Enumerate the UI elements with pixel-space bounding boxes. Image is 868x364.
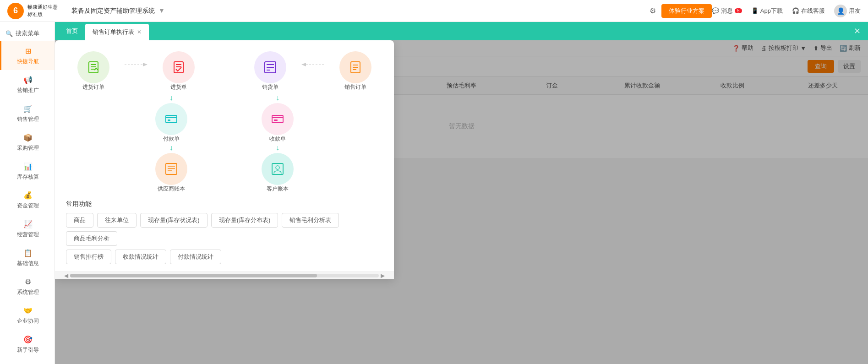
finance-icon: 💰 (23, 190, 33, 200)
modal-box: 进货订单 进货单 (55, 40, 394, 279)
marketing-icon: 📢 (23, 75, 33, 85)
title-dropdown-arrow[interactable]: ▼ (158, 7, 165, 14)
enterprise-icon: 🤝 (23, 305, 33, 315)
common-functions-title: 常用功能 (66, 200, 383, 208)
svg-rect-28 (274, 120, 278, 121)
svg-marker-14 (301, 63, 306, 66)
modal-scrollbar[interactable]: ◀ ▶ (55, 272, 394, 279)
arrow-2 (298, 61, 328, 78)
sidebar-item-basic-info[interactable]: 📋 基础信息 (0, 243, 55, 272)
func-btn-sales-analysis[interactable]: 销售毛利分析表 (282, 213, 339, 228)
scroll-thumb (70, 274, 317, 277)
func-btn-stock-status[interactable]: 现存量(库存状况表) (140, 213, 207, 228)
purchase-icon: 📦 (23, 132, 33, 142)
receipt-circle (262, 103, 294, 135)
app-download-button[interactable]: 📱 App下载 (751, 7, 783, 15)
flow-item-customer-account[interactable]: 客户账本 (262, 153, 294, 193)
guide-icon: 🎯 (23, 334, 33, 344)
tab-bar: 首页 销售订单执行表 ✕ ✕ (55, 22, 868, 40)
sales-icon: 🛒 (23, 103, 33, 114)
system-title: 装备及固定资产辅助管理系统 ▼ (71, 7, 650, 15)
svg-rect-19 (166, 115, 177, 123)
flow-item-payment[interactable]: 付款单 (155, 103, 187, 143)
sidebar-item-finance[interactable]: 💰 资金管理 (0, 185, 55, 214)
svg-rect-26 (272, 115, 283, 123)
logo-text: 畅康通好生意 标准版 (27, 4, 58, 18)
sidebar-item-guide[interactable]: 🎯 新手引导 (0, 330, 55, 359)
func-btn-sales-ranking[interactable]: 销售排行榜 (66, 250, 111, 264)
customer-account-circle (262, 153, 294, 185)
quick-nav-icon: ⊞ (23, 46, 33, 56)
sidebar-item-purchase[interactable]: 📦 采购管理 (0, 128, 55, 157)
logo-line1: 畅康通好生意 (27, 4, 58, 11)
sales-order-circle (339, 51, 371, 83)
content-area: 首页 销售订单执行表 ✕ ✕ ❓ 帮助 🖨 按模板打印 ▼ (55, 22, 868, 364)
svg-rect-21 (168, 120, 170, 121)
sidebar-item-marketing[interactable]: 📢 营销推广 (0, 70, 55, 99)
avatar: 👤 (834, 5, 847, 17)
func-btn-product[interactable]: 商品 (66, 213, 93, 228)
try-button[interactable]: 体验行业方案 (661, 4, 712, 18)
system-icon: ⚙ (23, 277, 33, 287)
func-btn-payment-stats[interactable]: 付款情况统计 (170, 250, 221, 264)
function-buttons: 商品 往来单位 现存量(库存状况表) 现存量(库存分布表) 销售毛利分析表 商品… (66, 213, 383, 246)
sales-slip-circle (254, 51, 286, 83)
search-icon: 🔍 (5, 30, 13, 37)
down-arrow-sales: ↓ (276, 94, 279, 102)
top-header: 6 畅康通好生意 标准版 装备及固定资产辅助管理系统 ▼ ⚙ 体验行业方案 💬 … (0, 0, 868, 22)
tab-close-icon[interactable]: ✕ (137, 29, 142, 35)
tab-home[interactable]: 首页 (59, 22, 85, 40)
flow-item-purchase-order[interactable]: 进货订单 (66, 51, 121, 91)
flow-item-receipt[interactable]: 收款单 (262, 103, 294, 143)
main-layout: 🔍 搜索菜单 ⊞ 快捷导航 📢 营销推广 🛒 销售管理 📦 采购管理 📊 库存核… (0, 22, 868, 364)
svg-marker-5 (143, 63, 147, 66)
func-btn-partner[interactable]: 往来单位 (97, 213, 136, 228)
scroll-right-arrow[interactable]: ▶ (379, 272, 387, 279)
online-service-button[interactable]: 🎧 在线客服 (792, 7, 825, 15)
sidebar-item-inventory[interactable]: 📊 库存核算 (0, 157, 55, 185)
supplier-account-circle (155, 153, 187, 185)
tab-bar-close-button[interactable]: ✕ (850, 26, 864, 36)
message-icon: 💬 (712, 7, 719, 14)
payment-circle (155, 103, 187, 135)
settings-icon[interactable]: ⚙ (650, 6, 656, 15)
function-buttons-row2: 销售排行榜 收款情况统计 付款情况统计 (66, 250, 383, 264)
down-arrow-receipt: ↓ (276, 144, 279, 152)
arrow-1 (121, 61, 151, 78)
purchase-order-circle (77, 51, 109, 83)
sidebar-item-enterprise[interactable]: 🤝 企业协同 (0, 301, 55, 330)
func-btn-stock-dist[interactable]: 现存量(库存分布表) (211, 213, 278, 228)
service-icon: 🎧 (792, 7, 799, 14)
scroll-left-arrow[interactable]: ◀ (62, 272, 70, 279)
svg-point-30 (276, 166, 279, 169)
header-right: 💬 消息 5 📱 App下载 🎧 在线客服 👤 用友 (712, 5, 861, 17)
sidebar-item-operation[interactable]: 📈 经营管理 (0, 214, 55, 243)
flow-item-purchase-slip[interactable]: 进货单 (151, 51, 206, 91)
message-button[interactable]: 💬 消息 5 (712, 7, 742, 15)
flow-item-sales-order[interactable]: 销售订单 (328, 51, 383, 91)
down-arrow-purchase: ↓ (169, 94, 173, 102)
func-btn-product-analysis[interactable]: 商品毛利分析 (66, 231, 117, 246)
flow-item-sales-slip[interactable]: 销货单 (243, 51, 298, 91)
tab-sales-order-exec[interactable]: 销售订单执行表 ✕ (85, 24, 149, 40)
user-menu[interactable]: 👤 用友 (834, 5, 861, 17)
sidebar-item-sales[interactable]: 🛒 销售管理 (0, 99, 55, 128)
sidebar-item-system[interactable]: ⚙ 系统管理 (0, 272, 55, 301)
search-menu[interactable]: 🔍 搜索菜单 (0, 26, 55, 41)
page-content: ❓ 帮助 🖨 按模板打印 ▼ ⬆ 导出 🔄 刷新 (55, 40, 868, 364)
func-btn-receipt-stats[interactable]: 收款情况统计 (115, 250, 166, 264)
operation-icon: 📈 (23, 219, 33, 229)
down-arrow-payment: ↓ (169, 144, 173, 152)
sidebar-item-quick-nav[interactable]: ⊞ 快捷导航 (0, 41, 55, 70)
logo-area: 6 畅康通好生意 标准版 (7, 3, 62, 19)
app-icon: 📱 (751, 7, 759, 14)
logo-icon: 6 (7, 3, 24, 19)
modal-overlay[interactable]: 进货订单 进货单 (55, 40, 868, 364)
common-functions: 常用功能 商品 往来单位 现存量(库存状况表) 现存量(库存分布表) 销售毛利分… (66, 200, 383, 264)
flow-item-supplier-account[interactable]: 供应商账本 (155, 153, 187, 193)
svg-rect-22 (166, 163, 177, 174)
basic-info-icon: 📋 (23, 248, 33, 258)
sidebar: 🔍 搜索菜单 ⊞ 快捷导航 📢 营销推广 🛒 销售管理 📦 采购管理 📊 库存核… (0, 22, 55, 364)
inventory-icon: 📊 (23, 161, 33, 171)
message-badge: 5 (735, 8, 742, 13)
